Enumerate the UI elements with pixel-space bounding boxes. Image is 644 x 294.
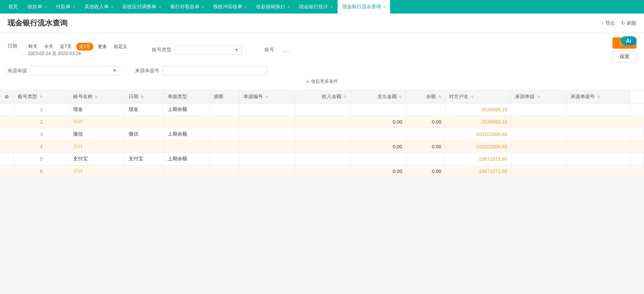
table-cell: [406, 103, 445, 116]
table-cell: 100102606.60: [445, 140, 511, 153]
table-cell: 0.00: [406, 165, 445, 178]
nav-tab-8[interactable]: 现金银行流水查询 ×: [338, 0, 390, 13]
close-icon[interactable]: ×: [159, 4, 161, 9]
table-row[interactable]: 2小计0.000.00-3528659.33: [0, 116, 644, 128]
nav-home[interactable]: 首页: [3, 0, 23, 13]
table-cell: [210, 140, 239, 153]
col-source-doc-label: 来源单据: [515, 94, 534, 99]
close-icon[interactable]: ×: [383, 4, 386, 9]
col-source-doc-no-label: 来源单据号: [570, 94, 595, 99]
date-btn-7days[interactable]: 近7天: [58, 43, 74, 51]
table-cell: 微信: [125, 128, 164, 140]
nav-tab-4[interactable]: 银行存取款单 ×: [166, 0, 209, 13]
nav-tab-7[interactable]: 现金银行统计 ×: [294, 0, 337, 13]
date-options: 昨天 今天 近7天 近1月 更多 自定义: [26, 43, 129, 51]
table-cell: 2: [14, 116, 69, 128]
col-doc-no: 单据编号 ⇅: [240, 90, 295, 103]
nav-tab-3[interactable]: 应收应付调整单 ×: [118, 0, 165, 13]
col-counterparty-label: 对方户名: [449, 94, 468, 99]
sort-icon-expense[interactable]: ⇅: [399, 95, 402, 99]
row-settings: [0, 116, 14, 128]
table-cell: 6: [14, 165, 69, 178]
table-cell: 0.00: [406, 140, 445, 153]
col-summary: 摘要: [210, 90, 239, 103]
sort-icon-balance[interactable]: ⇅: [438, 95, 441, 99]
source-doc-num-input[interactable]: [162, 66, 267, 75]
table-cell: 上期余额: [164, 103, 210, 116]
close-icon[interactable]: ×: [330, 4, 333, 9]
table-cell: [567, 140, 630, 153]
col-source-doc: 来源单据 ⇅: [511, 90, 567, 103]
table-cell: [240, 165, 295, 178]
export-button[interactable]: ↑ 导出: [602, 20, 615, 27]
table-row[interactable]: 4小计0.000.00100102606.60: [0, 140, 644, 153]
col-summary-label: 摘要: [214, 94, 224, 99]
sort-icon-date[interactable]: ⇅: [141, 95, 144, 99]
table-cell: [295, 165, 351, 178]
table-cell: [567, 116, 630, 128]
row-settings: [0, 103, 14, 116]
table-cell: [295, 103, 351, 116]
table-cell: [406, 128, 445, 140]
account-type-label: 账号类型: [152, 46, 171, 53]
table-cell: [511, 165, 567, 178]
table-header-row: ⚙ 账号类型 ⇅ 账号名称 ⇅ 日期 ⇅ 单据类型 摘要: [0, 90, 644, 103]
col-settings[interactable]: ⚙: [0, 90, 14, 103]
nav-tab-2[interactable]: 其他收入单 ×: [80, 0, 118, 13]
table-container: ⚙ 账号类型 ⇅ 账号名称 ⇅ 日期 ⇅ 单据类型 摘要: [0, 90, 644, 178]
sort-icon-doc-no[interactable]: ⇅: [266, 95, 269, 99]
row-settings: [0, 140, 14, 153]
table-cell: [630, 153, 644, 165]
close-icon[interactable]: ×: [202, 4, 204, 9]
sort-icon-counterparty[interactable]: ⇅: [471, 95, 474, 99]
sort-icon-account-type[interactable]: ⇅: [39, 95, 42, 99]
source-doc-label: 来源单据: [8, 67, 27, 74]
table-row[interactable]: 6小计0.000.0019871073.60: [0, 165, 644, 178]
refresh-button[interactable]: ↻ 刷新: [621, 20, 636, 27]
close-icon[interactable]: ×: [288, 4, 290, 9]
date-btn-custom[interactable]: 自定义: [111, 43, 129, 51]
sort-icon-source-doc[interactable]: ⇅: [537, 95, 540, 99]
sort-icon-account-name[interactable]: ⇅: [95, 95, 98, 99]
nav-tab-6[interactable]: 收款核销执行 ×: [252, 0, 294, 13]
account-type-select[interactable]: [174, 45, 242, 55]
table-cell: [630, 116, 644, 128]
col-date: 日期 ⇅: [125, 90, 164, 103]
table-row[interactable]: 3微信微信上期余额100102606.60: [0, 128, 644, 140]
date-btn-today[interactable]: 今天: [42, 43, 56, 51]
table-cell: [351, 103, 406, 116]
table-cell: [240, 103, 295, 116]
table-cell: [567, 165, 630, 178]
table-cell: [351, 153, 406, 165]
date-label: 日期: [8, 43, 23, 49]
table-row[interactable]: 5支付宝支付宝上期余额19871073.60: [0, 153, 644, 165]
sort-icon-source-doc-no[interactable]: ⇅: [597, 95, 600, 99]
close-icon[interactable]: ×: [73, 4, 75, 9]
table-cell: 小计: [69, 140, 125, 153]
table-cell: -3528659.33: [445, 103, 511, 116]
table-row[interactable]: 1现金现金上期余额-3528659.33: [0, 103, 644, 116]
settings-button[interactable]: 设置: [612, 51, 636, 62]
col-account-name-label: 账号名称: [73, 94, 93, 99]
collapse-bar[interactable]: ∧ 收起更多条件: [8, 77, 636, 87]
date-btn-1month[interactable]: 近1月: [76, 43, 94, 51]
table-cell: [406, 153, 445, 165]
source-doc-select-wrapper: ▼: [30, 66, 120, 75]
sort-icon-income[interactable]: ⇅: [344, 95, 347, 99]
ai-badge[interactable]: Ai: [621, 36, 636, 45]
date-btn-more[interactable]: 更多: [96, 43, 109, 51]
table-cell: [164, 140, 210, 153]
source-doc-select[interactable]: [30, 66, 120, 75]
nav-tab-0[interactable]: 收款单 ×: [23, 0, 51, 13]
table-cell: 现金: [125, 103, 164, 116]
col-income: 收入金额 ⇅: [295, 90, 351, 103]
close-icon[interactable]: ×: [111, 4, 113, 9]
nav-tab-1[interactable]: 付款单 ×: [51, 0, 80, 13]
account-more-button[interactable]: ...: [282, 46, 290, 53]
table-cell: 1: [14, 103, 69, 116]
nav-tab-5[interactable]: 预收冲应收单 ×: [209, 0, 251, 13]
col-account-type-label: 账号类型: [18, 94, 37, 99]
close-icon[interactable]: ×: [45, 4, 47, 9]
date-btn-yesterday[interactable]: 昨天: [26, 43, 40, 51]
close-icon[interactable]: ×: [245, 4, 247, 9]
